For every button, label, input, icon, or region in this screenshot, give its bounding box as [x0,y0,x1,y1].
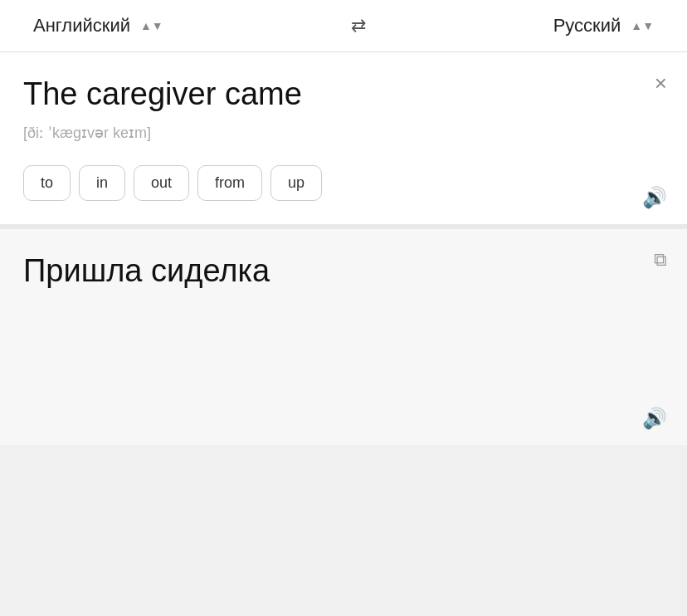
word-chips-row: toinoutfromup [23,165,664,208]
word-chip[interactable]: to [23,165,71,201]
target-language-label: Русский [553,15,621,37]
source-text: The caregiver came [23,76,664,114]
swap-icon: ⇄ [351,15,366,36]
language-bar: Английский ▲▼ ⇄ Русский ▲▼ [0,0,687,52]
translation-panel: Пришла сиделка ⧉ 🔊 [0,229,687,445]
word-chip[interactable]: in [79,165,125,201]
swap-languages-button[interactable]: ⇄ [351,15,366,37]
word-chip[interactable]: up [270,165,322,201]
translation-speaker-icon: 🔊 [642,407,667,429]
word-chip[interactable]: from [197,165,262,201]
source-panel: The caregiver came × [ðiː ˈkægɪvər keɪm]… [0,52,687,229]
word-chip[interactable]: out [134,165,189,201]
copy-icon: ⧉ [654,249,667,270]
translation-text: Пришла сиделка [23,252,664,291]
target-language-button[interactable]: Русский ▲▼ [553,15,654,37]
close-icon: × [655,71,667,95]
translation-speaker-button[interactable]: 🔊 [642,407,667,430]
source-language-button[interactable]: Английский ▲▼ [33,15,163,37]
source-language-label: Английский [33,15,130,37]
clear-button[interactable]: × [655,72,667,94]
source-lang-arrows: ▲▼ [140,19,163,32]
copy-button[interactable]: ⧉ [654,249,667,271]
source-speaker-icon: 🔊 [642,186,667,208]
phonetic-text: [ðiː ˈkægɪvər keɪm] [23,124,664,142]
source-speaker-button[interactable]: 🔊 [642,186,667,209]
target-lang-arrows: ▲▼ [631,19,654,32]
